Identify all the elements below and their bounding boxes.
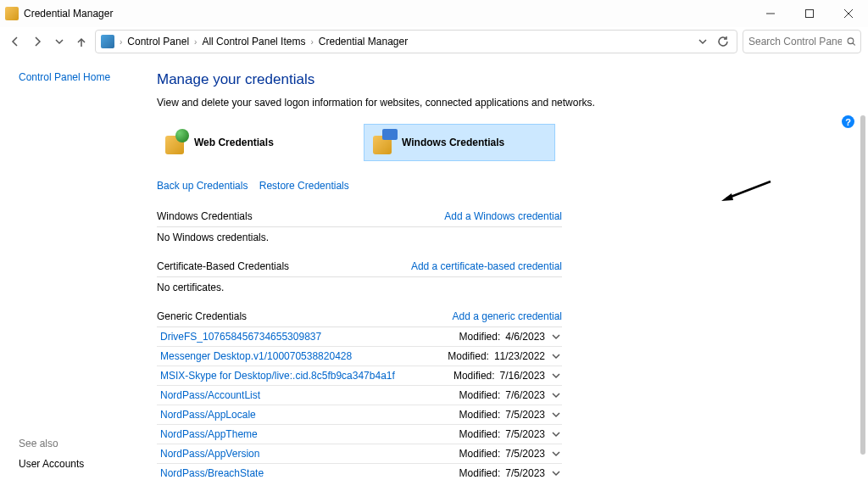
window-title: Credential Manager — [24, 8, 113, 20]
credential-name: NordPass/AppLocale — [160, 409, 256, 421]
breadcrumb-control-panel[interactable]: Control Panel — [127, 36, 189, 47]
address-bar[interactable]: › Control Panel › All Control Panel Item… — [95, 30, 737, 53]
credential-row[interactable]: DriveFS_107658456734655309837Modified:4/… — [157, 327, 562, 347]
help-icon[interactable]: ? — [842, 115, 854, 128]
modified-label: Modified: — [459, 389, 501, 401]
section-empty-text: No Windows credentials. — [157, 227, 562, 257]
chevron-down-icon[interactable] — [550, 467, 562, 479]
credential-name: NordPass/AccountList — [160, 389, 260, 401]
breadcrumb-all-items[interactable]: All Control Panel Items — [202, 36, 305, 47]
chevron-right-icon: › — [309, 37, 314, 47]
close-button[interactable] — [829, 0, 868, 27]
backup-credentials-link[interactable]: Back up Credentials — [157, 180, 248, 192]
section-windows-credentials: Windows Credentials Add a Windows creden… — [157, 207, 562, 257]
modified-date: 7/5/2023 — [505, 448, 545, 460]
chevron-down-icon[interactable] — [550, 370, 562, 382]
modified-label: Modified: — [459, 331, 501, 343]
credential-row[interactable]: NordPass/AppLocaleModified:7/5/2023 — [157, 405, 562, 425]
restore-credentials-link[interactable]: Restore Credentials — [259, 180, 349, 192]
modified-label: Modified: — [448, 350, 489, 362]
svg-rect-1 — [806, 10, 814, 18]
modified-date: 7/5/2023 — [505, 428, 545, 440]
credential-name: NordPass/BreachState — [160, 467, 264, 479]
nav-row: › Control Panel › All Control Panel Item… — [0, 27, 868, 56]
search-icon — [847, 36, 855, 47]
svg-line-7 — [726, 181, 771, 198]
see-also-heading: See also — [19, 438, 84, 449]
windows-credentials-icon — [371, 131, 395, 154]
credential-name: Messenger Desktop.v1/100070538820428 — [160, 350, 352, 362]
credential-row[interactable]: NordPass/AppVersionModified:7/5/2023 — [157, 444, 562, 464]
modified-label: Modified: — [459, 409, 501, 421]
forward-button[interactable] — [29, 33, 46, 50]
section-certificate-credentials: Certificate-Based Credentials Add a cert… — [157, 257, 562, 307]
control-panel-icon — [101, 35, 114, 48]
maximize-button[interactable] — [790, 0, 829, 27]
modified-date: 7/5/2023 — [505, 467, 545, 479]
modified-label: Modified: — [453, 370, 495, 382]
main-panel: Manage your credentials View and delete … — [157, 56, 868, 480]
vertical-scrollbar[interactable] — [860, 115, 866, 480]
credential-row[interactable]: NordPass/BreachStateModified:7/5/2023 — [157, 464, 562, 480]
page-subtitle: View and delete your saved logon informa… — [157, 97, 716, 109]
back-button[interactable] — [7, 33, 24, 50]
chevron-right-icon: › — [118, 37, 124, 47]
section-title: Certificate-Based Credentials — [157, 260, 289, 272]
refresh-button[interactable] — [715, 33, 732, 50]
chevron-down-icon[interactable] — [550, 389, 562, 401]
credential-row[interactable]: Messenger Desktop.v1/100070538820428Modi… — [157, 347, 562, 366]
add-windows-credential-link[interactable]: Add a Windows credential — [444, 210, 562, 222]
section-title: Windows Credentials — [157, 210, 253, 222]
recent-dropdown-button[interactable] — [51, 33, 68, 50]
up-button[interactable] — [73, 33, 90, 50]
page-title: Manage your credentials — [157, 71, 716, 88]
tab-web-credentials[interactable]: Web Credentials — [157, 124, 348, 161]
section-empty-text: No certificates. — [157, 277, 562, 307]
user-accounts-link[interactable]: User Accounts — [19, 458, 84, 470]
modified-date: 7/5/2023 — [505, 409, 545, 421]
credential-name: DriveFS_107658456734655309837 — [160, 331, 321, 343]
app-icon — [5, 7, 19, 20]
web-credentials-icon — [164, 131, 187, 154]
add-certificate-credential-link[interactable]: Add a certificate-based credential — [411, 260, 562, 272]
modified-label: Modified: — [459, 428, 501, 440]
chevron-down-icon[interactable] — [550, 409, 562, 421]
left-panel: Control Panel Home See also User Account… — [0, 56, 157, 480]
modified-date: 7/16/2023 — [500, 370, 545, 382]
modified-label: Modified: — [459, 467, 501, 479]
control-panel-home-link[interactable]: Control Panel Home — [19, 71, 143, 83]
modified-date: 7/6/2023 — [505, 389, 545, 401]
address-dropdown-button[interactable] — [694, 33, 711, 50]
credential-row[interactable]: NordPass/AccountListModified:7/6/2023 — [157, 386, 562, 405]
tab-windows-label: Windows Credentials — [402, 137, 504, 148]
chevron-down-icon[interactable] — [550, 428, 562, 440]
svg-line-6 — [853, 43, 855, 46]
title-bar: Credential Manager — [0, 0, 868, 27]
scrollbar-thumb[interactable] — [860, 115, 865, 455]
breadcrumb-credential-manager[interactable]: Credential Manager — [319, 36, 408, 47]
chevron-right-icon: › — [192, 37, 198, 47]
credential-row[interactable]: NordPass/AppThemeModified:7/5/2023 — [157, 425, 562, 444]
svg-marker-8 — [721, 193, 733, 201]
search-box[interactable] — [743, 30, 861, 53]
credential-name: NordPass/AppVersion — [160, 448, 259, 460]
modified-date: 4/6/2023 — [505, 331, 545, 343]
section-generic-credentials: Generic Credentials Add a generic creden… — [157, 307, 562, 480]
add-generic-credential-link[interactable]: Add a generic credential — [453, 310, 562, 322]
tab-web-label: Web Credentials — [194, 137, 274, 148]
chevron-down-icon[interactable] — [550, 350, 562, 362]
chevron-down-icon[interactable] — [550, 448, 562, 460]
credential-row[interactable]: MSIX-Skype for Desktop/live:.cid.8c5fb9c… — [157, 366, 562, 386]
credential-name: MSIX-Skype for Desktop/live:.cid.8c5fb9c… — [160, 370, 395, 382]
modified-label: Modified: — [459, 448, 501, 460]
section-title: Generic Credentials — [157, 310, 247, 322]
tab-windows-credentials[interactable]: Windows Credentials — [364, 124, 555, 161]
modified-date: 11/23/2022 — [494, 350, 545, 362]
annotation-arrow-icon — [721, 180, 772, 208]
chevron-down-icon[interactable] — [550, 331, 562, 343]
minimize-button[interactable] — [751, 0, 790, 27]
svg-point-5 — [848, 38, 854, 44]
action-links: Back up Credentials Restore Credentials — [157, 180, 716, 192]
credential-name: NordPass/AppTheme — [160, 428, 258, 440]
search-input[interactable] — [748, 36, 842, 47]
